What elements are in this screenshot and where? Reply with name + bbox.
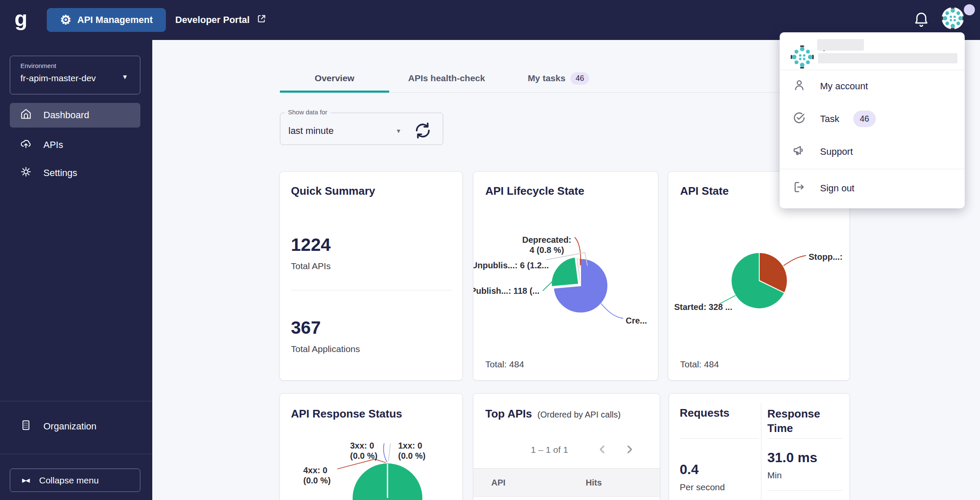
menu-item-my-account[interactable]: My account xyxy=(780,70,965,102)
status-dot xyxy=(964,4,975,15)
total-apis-label: Total APIs xyxy=(291,261,330,271)
requests-unit: Per second xyxy=(680,482,725,492)
api-management-label: API Management xyxy=(77,14,153,26)
environment-select-label: Environment xyxy=(20,62,140,69)
pie-label-unpublished: Unpublis...: 6 (1.2... xyxy=(473,260,549,270)
cloud-upload-icon xyxy=(20,138,32,152)
menu-item-label: Sign out xyxy=(820,183,855,194)
show-data-for-label: Show data for xyxy=(285,108,330,116)
tab-overview[interactable]: Overview xyxy=(280,64,389,93)
cog-icon: ⚙ xyxy=(60,14,71,26)
apim-dashboard: g ⚙ API Management Developer Portal xyxy=(0,0,980,500)
tab-label: APIs health-check xyxy=(408,73,485,83)
response-time-value: 31.0 ms xyxy=(767,450,817,466)
tab-apis-health-check[interactable]: APIs health-check xyxy=(389,64,504,93)
menu-item-sign-out[interactable]: Sign out xyxy=(780,172,965,205)
gravitee-logo[interactable]: g xyxy=(14,6,28,31)
top-apis-title: Top APIs xyxy=(485,407,532,420)
paginator-next-button[interactable] xyxy=(623,443,636,457)
collapse-menu-button[interactable]: ▶◀ Collapse menu xyxy=(10,469,140,492)
notifications-bell-button[interactable] xyxy=(913,10,930,31)
menu-divider xyxy=(780,169,965,169)
sidebar-item-label: Settings xyxy=(43,168,77,179)
active-tab-underline xyxy=(280,91,389,93)
total-apis-value: 1224 xyxy=(291,235,330,255)
tab-label: Overview xyxy=(315,73,354,83)
collapse-icon: ▶◀ xyxy=(22,477,29,483)
avatar-dots-icon xyxy=(941,7,964,30)
card-api-response-status: API Response Status 3xx: 0 (0.0 %) 1xx: … xyxy=(279,393,463,500)
card-api-lifecycle-state: API Lifecycle State Deprecated: 4 (0.8 %… xyxy=(473,171,658,381)
total-applications-label: Total Applications xyxy=(291,344,360,354)
card-requests-response-time: Requests 0.4 Per second Response Time 31… xyxy=(669,393,850,500)
response-time-title: Response Time xyxy=(767,406,835,435)
name-redaction xyxy=(817,39,864,51)
show-data-for-value: last minute xyxy=(288,125,333,136)
home-icon xyxy=(20,108,32,122)
total-applications-value: 367 xyxy=(291,318,321,338)
sidebar-item-organization[interactable]: Organization xyxy=(10,414,140,439)
developer-portal-link[interactable]: Developer Portal xyxy=(175,0,267,40)
person-icon xyxy=(792,78,806,94)
collapse-menu-label: Collapse menu xyxy=(39,475,99,486)
card-quick-summary: Quick Summary 1224 Total APIs 367 Total … xyxy=(279,171,463,381)
divider xyxy=(680,438,758,439)
menu-item-label: Support xyxy=(820,146,853,157)
chevron-right-icon xyxy=(623,443,636,456)
pie-label-published: Publish...: 118 (... xyxy=(473,286,539,296)
refresh-icon xyxy=(413,121,433,140)
email-redaction xyxy=(818,53,957,63)
menu-item-label: My account xyxy=(820,81,868,92)
card-top-apis: Top APIs (Ordered by API calls) 1 – 1 of… xyxy=(473,393,660,500)
sidebar-divider xyxy=(0,454,152,454)
refresh-button[interactable] xyxy=(412,121,434,140)
vertical-divider xyxy=(761,403,761,500)
check-circle-icon xyxy=(792,111,806,127)
external-link-icon xyxy=(256,14,267,26)
tab-my-tasks[interactable]: My tasks 46 xyxy=(504,64,613,93)
task-count-badge: 46 xyxy=(853,111,875,127)
requests-value: 0.4 xyxy=(680,462,698,477)
organization-icon xyxy=(20,419,32,434)
column-header-api: API xyxy=(491,478,505,488)
chevron-down-icon: ▼ xyxy=(396,128,402,134)
api-management-button[interactable]: ⚙ API Management xyxy=(47,8,166,32)
api-lifecycle-pie-chart[interactable] xyxy=(473,172,658,381)
user-dropdown-menu: Lydia P. My account Task 46 xyxy=(780,32,965,208)
user-avatar xyxy=(790,45,814,71)
table-header-row: API Hits xyxy=(473,468,660,497)
sidebar-divider xyxy=(0,401,152,401)
bell-icon xyxy=(913,24,930,31)
pie-label-created: Cre... xyxy=(626,315,647,326)
sidebar-item-label: Dashboard xyxy=(43,110,89,121)
pie-label-3xx: 3xx: 0 (0.0 %) xyxy=(350,440,377,461)
pie-label-deprecated: Deprecated: 4 (0.8 %) xyxy=(512,235,582,255)
pie-label-1xx: 1xx: 0 (0.0 %) xyxy=(398,440,425,461)
user-avatar-button[interactable] xyxy=(941,7,964,31)
environment-select[interactable]: Environment fr-apim-master-dev ▼ xyxy=(10,56,140,94)
chevron-down-icon: ▼ xyxy=(122,73,128,80)
divider xyxy=(767,490,843,491)
sidebar-item-settings[interactable]: Settings xyxy=(10,161,140,185)
sidebar-item-apis[interactable]: APIs xyxy=(10,133,140,157)
total-label: Total: 484 xyxy=(680,359,719,369)
response-time-unit: Min xyxy=(767,470,782,480)
sidebar: Environment fr-apim-master-dev ▼ Dashboa… xyxy=(0,40,152,500)
menu-item-task[interactable]: Task 46 xyxy=(780,102,965,135)
pie-label-started: Started: 328 ... xyxy=(674,302,732,312)
megaphone-icon xyxy=(792,144,806,160)
pie-label-4xx: 4xx: 0 (0.0 %) xyxy=(303,465,330,486)
chevron-left-icon xyxy=(596,443,609,456)
sidebar-item-label: Organization xyxy=(43,421,97,432)
card-title: Quick Summary xyxy=(291,185,375,198)
paginator-prev-button[interactable] xyxy=(596,443,609,457)
my-tasks-badge: 46 xyxy=(570,72,589,85)
column-header-hits: Hits xyxy=(586,478,602,488)
menu-item-support[interactable]: Support xyxy=(780,135,965,168)
sidebar-item-label: APIs xyxy=(43,139,63,151)
tab-label: My tasks xyxy=(528,73,566,83)
top-apis-subtitle: (Ordered by API calls) xyxy=(535,410,621,419)
paginator-range: 1 – 1 of 1 xyxy=(531,445,568,455)
divider xyxy=(767,438,843,439)
sidebar-item-dashboard[interactable]: Dashboard xyxy=(10,103,140,128)
